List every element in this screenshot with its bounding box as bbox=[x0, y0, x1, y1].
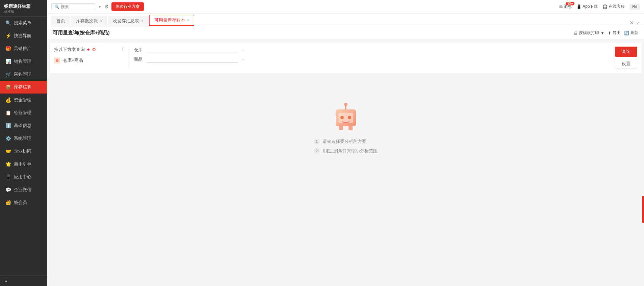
settings-button[interactable]: 设置 bbox=[615, 59, 637, 69]
sidebar-label-finance: 资金管理 bbox=[14, 97, 31, 103]
sidebar-icon-inventory: 📦 bbox=[5, 84, 11, 90]
sidebar-label-wechat: 企业微信 bbox=[14, 187, 31, 193]
product-filter-label: 商品 bbox=[134, 56, 144, 62]
empty-tips: 1 请先选择要分析的方案 2 用[过滤]条件来缩小分析范围 bbox=[314, 138, 378, 154]
sidebar-item-newbie[interactable]: 🌟新手引导 bbox=[0, 158, 47, 171]
sidebar-nav: 🔍搜索菜单⚡快捷导航🎁营销推广📊销售管理🛒采购管理📦库存核算💰资金管理📋经营管理… bbox=[0, 17, 47, 276]
sidebar-label-operations: 经营管理 bbox=[14, 110, 31, 116]
user-account-button[interactable]: Rit bbox=[629, 4, 640, 10]
tabs-actions: ✕ ⤢ bbox=[629, 20, 640, 26]
sidebar-item-sales[interactable]: 📊销售管理 bbox=[0, 55, 47, 68]
svg-point-2 bbox=[340, 116, 344, 119]
sidebar-item-operations[interactable]: 📋经营管理 bbox=[0, 106, 47, 119]
trial-button[interactable]: 体验行业方案 bbox=[111, 2, 144, 11]
tab-batch[interactable]: 库存批次账× bbox=[71, 16, 107, 26]
tip2-text: 用[过滤]条件来缩小分析范围 bbox=[323, 148, 378, 154]
service-label: 在线客服 bbox=[609, 4, 625, 9]
sidebar-item-purchase[interactable]: 🛒采购管理 bbox=[0, 68, 47, 81]
scheme-panel-title: 按以下方案查询 bbox=[54, 47, 85, 53]
collapse-icon[interactable]: 《 bbox=[119, 47, 124, 53]
refresh-label: 刷新 bbox=[630, 30, 639, 36]
svg-point-5 bbox=[344, 103, 347, 106]
action-buttons: 查询 设置 bbox=[615, 47, 637, 69]
scheme-settings-icon[interactable]: ⚙ bbox=[92, 47, 96, 52]
tab-available[interactable]: 可用量库存账本× bbox=[149, 15, 194, 26]
warehouse-filter-row: 仓库 ··· bbox=[134, 47, 244, 53]
print-button[interactable]: 🖨 按模板打印 ▼ bbox=[573, 30, 604, 36]
scheme-icon: ⚙ bbox=[54, 57, 60, 63]
sidebar-icon-system: ⚙️ bbox=[5, 136, 11, 141]
topbar-chevron-icon[interactable]: ▼ bbox=[98, 5, 102, 9]
topbar-right: ✉ 消息 99+ 📱 App下载 🎧 在线客服 Rit bbox=[559, 4, 640, 10]
tab-label-summary: 收发存汇总表 bbox=[113, 18, 139, 24]
print-label: 按模板打印 bbox=[579, 30, 599, 36]
export-label: 导出 bbox=[613, 30, 621, 36]
message-button[interactable]: ✉ 消息 99+ bbox=[559, 4, 572, 9]
close-tab-button[interactable]: ✕ bbox=[629, 20, 634, 26]
print-chevron-icon: ▼ bbox=[600, 31, 604, 35]
tab-close-batch[interactable]: × bbox=[100, 19, 102, 23]
app-download-button[interactable]: 📱 App下载 bbox=[576, 4, 598, 9]
sidebar-icon-finance: 💰 bbox=[5, 97, 11, 103]
sidebar-label-appstore: 应用中心 bbox=[14, 174, 31, 180]
warehouse-more-icon[interactable]: ··· bbox=[240, 48, 244, 52]
sidebar-icon-member: 👑 bbox=[5, 200, 11, 205]
tab-close-available[interactable]: × bbox=[187, 18, 189, 22]
tab-list: 首页库存批次账×收发存汇总表×可用量库存账本× bbox=[51, 15, 194, 26]
sidebar-icon-basic: ℹ️ bbox=[5, 123, 11, 128]
sidebar-item-basic[interactable]: ℹ️基础信息 bbox=[0, 119, 47, 132]
topbar-search-box[interactable]: 🔍 bbox=[51, 3, 95, 10]
expand-button[interactable]: ⤢ bbox=[636, 20, 640, 26]
tab-label-batch: 库存批次账 bbox=[76, 18, 98, 24]
empty-state-icon bbox=[327, 96, 364, 133]
sidebar-item-member[interactable]: 👑畅会员 bbox=[0, 196, 47, 209]
sidebar-label-shortcut: 快捷导航 bbox=[14, 33, 31, 39]
query-button[interactable]: 查询 bbox=[615, 47, 637, 57]
sidebar-item-finance[interactable]: 💰资金管理 bbox=[0, 94, 47, 106]
sidebar-icon-enterprise: 🤝 bbox=[5, 149, 11, 154]
product-more-icon[interactable]: ··· bbox=[240, 57, 244, 62]
filters-container: 仓库 ··· 商品 ··· bbox=[134, 47, 244, 63]
sidebar-label-basic: 基础信息 bbox=[14, 123, 31, 129]
app-subtitle: 标准版 bbox=[4, 9, 43, 14]
sidebar-item-enterprise[interactable]: 🤝企业协同 bbox=[0, 145, 47, 158]
page-content: 可用量查询(按仓库+商品) 🖨 按模板打印 ▼ ⬆ 导出 🔄 刷新 bbox=[47, 26, 644, 286]
sidebar-item-appstore[interactable]: 📱应用中心 bbox=[0, 171, 47, 183]
sidebar-item-search[interactable]: 🔍搜索菜单 bbox=[0, 17, 47, 29]
sidebar-icon-operations: 📋 bbox=[5, 110, 11, 115]
tab-bar: 首页库存批次账×收发存汇总表×可用量库存账本× ✕ ⤢ bbox=[47, 14, 644, 26]
filter-action-area: 仓库 ··· 商品 ··· 查询 设置 bbox=[128, 47, 637, 69]
tip2-num: 2 bbox=[314, 148, 320, 154]
query-area: 按以下方案查询 + ⚙ 《 ⚙ 仓库+商品 仓库 ··· bbox=[50, 43, 641, 73]
scheme-item[interactable]: ⚙ 仓库+商品 bbox=[54, 56, 124, 65]
app-title: 畅康通好生意 bbox=[4, 3, 43, 9]
search-input[interactable] bbox=[61, 4, 88, 9]
sidebar-item-wechat[interactable]: 💬企业微信 bbox=[0, 183, 47, 196]
warehouse-filter-label: 仓库 bbox=[134, 47, 144, 53]
sidebar-label-search: 搜索菜单 bbox=[14, 20, 31, 26]
sidebar-item-marketing[interactable]: 🎁营销推广 bbox=[0, 42, 47, 55]
tab-summary[interactable]: 收发存汇总表× bbox=[108, 16, 148, 26]
main-area: 🔍 ▼ ⚙ 体验行业方案 ✉ 消息 99+ 📱 App下载 🎧 在线客服 Rit bbox=[47, 0, 644, 286]
refresh-button[interactable]: 🔄 刷新 bbox=[624, 30, 639, 36]
tab-home[interactable]: 首页 bbox=[51, 16, 70, 26]
sidebar-label-inventory: 库存核算 bbox=[14, 84, 31, 90]
sidebar-item-inventory[interactable]: 📦库存核算 bbox=[0, 81, 47, 94]
export-icon: ⬆ bbox=[608, 31, 611, 35]
sidebar-label-enterprise: 企业协同 bbox=[14, 148, 31, 154]
topbar-gear-icon[interactable]: ⚙ bbox=[104, 4, 109, 10]
tab-close-summary[interactable]: × bbox=[141, 19, 143, 23]
sidebar-logo: 畅康通好生意 标准版 bbox=[0, 0, 47, 17]
message-badge: 99+ bbox=[566, 2, 574, 5]
add-scheme-button[interactable]: + bbox=[87, 47, 90, 53]
sidebar-item-system[interactable]: ⚙️系统管理 bbox=[0, 132, 47, 145]
customer-service-button[interactable]: 🎧 在线客服 bbox=[602, 4, 625, 9]
product-input[interactable] bbox=[147, 56, 238, 63]
search-icon: 🔍 bbox=[54, 4, 59, 9]
tip1-text: 请先选择要分析的方案 bbox=[323, 138, 366, 145]
sidebar-item-shortcut[interactable]: ⚡快捷导航 bbox=[0, 29, 47, 42]
page-actions: 🖨 按模板打印 ▼ ⬆ 导出 🔄 刷新 bbox=[573, 30, 639, 36]
export-button[interactable]: ⬆ 导出 bbox=[608, 30, 621, 36]
sidebar-bottom-arrow: ▲ bbox=[4, 279, 8, 283]
warehouse-input[interactable] bbox=[147, 47, 238, 53]
